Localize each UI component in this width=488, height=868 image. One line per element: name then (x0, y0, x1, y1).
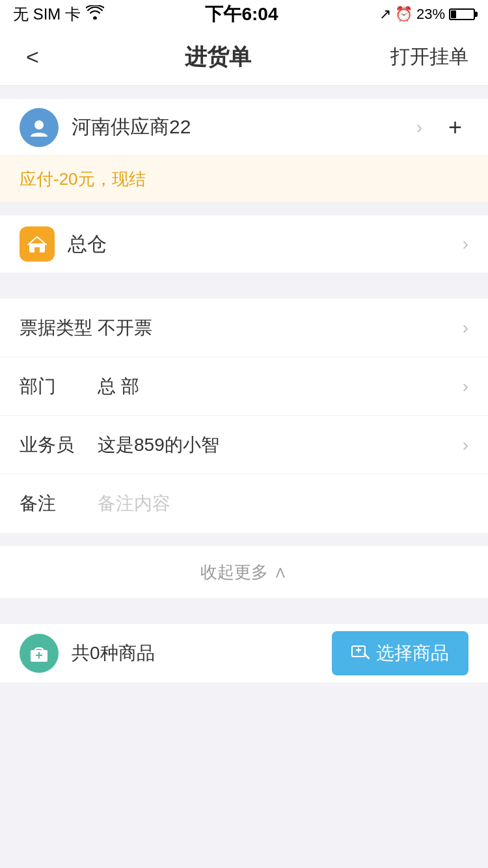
status-bar: 无 SIM 卡 下午6:04 ↗ ⏰ 23% (0, 0, 488, 29)
back-button[interactable]: < (20, 38, 46, 76)
notice-text: 应付-20元，现结 (20, 169, 146, 189)
product-bar: 共0种商品 选择商品 (0, 624, 488, 683)
invoice-type-row[interactable]: 票据类型 不开票 › (0, 299, 488, 357)
section-divider-2 (0, 273, 488, 286)
staff-chevron-icon: › (463, 435, 468, 455)
collapse-row[interactable]: 收起更多 ∧ (0, 546, 488, 598)
carrier-text: 无 SIM 卡 (13, 4, 81, 25)
section-divider-3 (0, 598, 488, 611)
department-row[interactable]: 部门 总 部 › (0, 357, 488, 416)
nav-bar: < 进货单 打开挂单 (0, 29, 488, 86)
product-icon (20, 634, 59, 673)
form-section: 票据类型 不开票 › 部门 总 部 › 业务员 这是859的小智 › 备注 备注… (0, 299, 488, 533)
product-count-text: 共0种商品 (72, 641, 332, 666)
status-time: 下午6:04 (205, 2, 278, 27)
page-title: 进货单 (185, 42, 251, 72)
section-divider-1 (0, 202, 488, 215)
select-product-button[interactable]: 选择商品 (332, 631, 468, 675)
department-label: 部门 (20, 374, 98, 399)
alarm-icon: ⏰ (395, 6, 413, 23)
supplier-avatar (20, 108, 59, 147)
notice-banner: 应付-20元，现结 (0, 156, 488, 202)
supplier-row[interactable]: 河南供应商22 › + (0, 99, 488, 156)
remark-row[interactable]: 备注 备注内容 (0, 474, 488, 533)
select-product-icon (351, 643, 370, 664)
warehouse-chevron-icon: › (463, 234, 468, 254)
location-icon: ↗ (379, 6, 391, 23)
open-pending-button[interactable]: 打开挂单 (390, 44, 468, 70)
warehouse-icon (20, 226, 55, 262)
staff-row[interactable]: 业务员 这是859的小智 › (0, 416, 488, 474)
invoice-type-value: 不开票 (98, 316, 463, 340)
battery-percentage: 23% (416, 6, 445, 23)
supplier-chevron-icon: › (416, 117, 422, 138)
supplier-name: 河南供应商22 (72, 114, 416, 141)
top-divider (0, 86, 488, 99)
svg-point-0 (34, 120, 44, 129)
warehouse-name: 总仓 (68, 231, 463, 258)
staff-label: 业务员 (20, 433, 98, 457)
invoice-type-label: 票据类型 (20, 316, 98, 340)
select-product-label: 选择商品 (376, 641, 449, 666)
status-right: ↗ ⏰ 23% (379, 6, 475, 23)
dept-chevron-icon: › (463, 376, 468, 397)
warehouse-row[interactable]: 总仓 › (0, 215, 488, 273)
invoice-chevron-icon: › (463, 318, 468, 338)
department-value: 总 部 (98, 374, 463, 399)
remark-input[interactable]: 备注内容 (98, 491, 468, 516)
remark-label: 备注 (20, 491, 98, 516)
wifi-icon (86, 5, 104, 23)
staff-value: 这是859的小智 (98, 433, 463, 457)
battery-icon (449, 8, 475, 20)
add-supplier-button[interactable]: + (442, 111, 468, 144)
collapse-label: 收起更多 ∧ (200, 561, 287, 584)
svg-rect-2 (34, 247, 40, 252)
status-left: 无 SIM 卡 (13, 4, 104, 25)
